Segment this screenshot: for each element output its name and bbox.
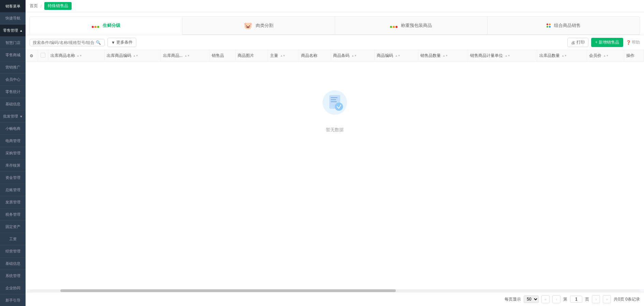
search-input[interactable]	[33, 40, 96, 45]
page-input[interactable]	[570, 296, 582, 303]
th-sales-unit[interactable]: 销售商品计量单位 ▲▼	[468, 50, 537, 62]
sidebar-item-new-guide[interactable]: 新手引导	[0, 294, 26, 306]
sidebar-item-invoice[interactable]: 发票管理	[0, 196, 26, 209]
tab-meat-cut[interactable]: 🐷 肉类分割	[182, 16, 335, 35]
fresh-grade-icon	[92, 22, 99, 30]
last-page-button[interactable]: »	[603, 295, 611, 303]
sidebar-item-member-center[interactable]: 会员中心	[0, 74, 26, 86]
th-action: 操作	[624, 50, 644, 62]
toolbar: 🔍 ▼ 更多条件 🖨 打印 + 新增销售品 ❓ 帮助	[26, 35, 644, 50]
sort-arrows: ▲▼	[77, 54, 82, 57]
sort-arrows-3: ▲▼	[184, 54, 190, 57]
tab-meat-cut-label: 肉类分割	[256, 22, 273, 29]
svg-rect-4	[331, 101, 337, 102]
sort-arrows-5: ▲▼	[351, 54, 357, 57]
breadcrumb-home[interactable]: 首页	[30, 3, 38, 9]
per-page-select[interactable]: 50	[524, 295, 539, 303]
empty-text: 暂无数据	[326, 127, 344, 133]
tab-fresh-grade-label: 生鲜分级	[103, 22, 120, 29]
select-all-checkbox[interactable]	[41, 53, 45, 58]
table-container: ⚙ 出库商品名称 ▲▼ 出库商品编码 ▲▼	[26, 50, 644, 289]
add-button[interactable]: + 新增销售品	[591, 38, 623, 47]
empty-row: 暂无数据	[26, 62, 644, 160]
tab-weigh-pack[interactable]: 称重预包装商品	[335, 16, 488, 35]
sidebar-item-mini-program[interactable]: 小畅电商	[0, 123, 26, 135]
th-sales-qty[interactable]: 销售品数量 ▲▼	[418, 50, 468, 62]
th-check[interactable]	[38, 50, 48, 62]
data-table: ⚙ 出库商品名称 ▲▼ 出库商品编码 ▲▼	[26, 50, 644, 160]
th-member-price[interactable]: 会员价 ▲▼	[587, 50, 624, 62]
search-icon[interactable]: 🔍	[96, 40, 101, 45]
sidebar-item-retail-stats[interactable]: 零售统计	[0, 86, 26, 98]
help-button[interactable]: ❓ 帮助	[626, 40, 640, 45]
print-icon: 🖨	[571, 40, 575, 45]
combo-icon	[546, 24, 551, 28]
th-out-qty[interactable]: 出库品数量 ▲▼	[537, 50, 587, 62]
page-label: 页	[585, 296, 589, 302]
sidebar-item-wholesale-mgmt[interactable]: 批发管理 ▼	[0, 110, 26, 123]
sidebar-item-inventory[interactable]: 库存核算	[0, 159, 26, 172]
sidebar-item-basic-info2[interactable]: 基础信息	[0, 258, 26, 270]
th-weight[interactable]: 主量 ▲▼	[268, 50, 299, 62]
help-icon: ❓	[626, 40, 631, 45]
svg-point-5	[335, 103, 343, 111]
sidebar-item-general-ledger[interactable]: 总账管理	[0, 184, 26, 196]
sidebar-item-smart-store[interactable]: 智慧门店	[0, 37, 26, 49]
tab-combo-sales[interactable]: 组合商品销售	[487, 16, 640, 35]
tab-cards: 生鲜分级 🐷 肉类分割 称重预包装商品	[26, 12, 644, 35]
tab-fresh-grade[interactable]: 生鲜分级	[30, 16, 182, 35]
chevron-down-icon-wholesale: ▼	[20, 115, 23, 118]
sort-arrows-8: ▲▼	[505, 54, 510, 57]
breadcrumb-separator: /	[41, 4, 42, 9]
toolbar-right: 🖨 打印 + 新增销售品 ❓ 帮助	[567, 38, 640, 47]
th-product-name[interactable]: 商品名称	[299, 50, 331, 62]
sidebar-item-fixed-assets[interactable]: 固定资产	[0, 221, 26, 233]
th-out-product-name[interactable]: 出库商品名称 ▲▼	[48, 50, 104, 62]
sidebar-item-biz-mgmt[interactable]: 经营管理	[0, 245, 26, 258]
sort-arrows-4: ▲▼	[280, 54, 285, 57]
topbar: 首页 / 特殊销售品	[26, 0, 644, 12]
horizontal-scrollbar[interactable]	[30, 289, 640, 292]
th-product-barcode[interactable]: 商品条码 ▲▼	[331, 50, 375, 62]
sort-arrows-9: ▲▼	[561, 54, 567, 57]
sidebar-item-purchase[interactable]: 采购管理	[0, 147, 26, 159]
sidebar-item-sys-mgmt[interactable]: 系统管理	[0, 270, 26, 282]
sort-arrows-6: ▲▼	[395, 54, 401, 57]
scale-icon	[390, 22, 398, 30]
sidebar-item-retail-mgmt[interactable]: 零售管理 ▲	[0, 25, 26, 37]
next-page-button[interactable]: ›	[592, 295, 600, 303]
settings-icon[interactable]: ⚙	[30, 53, 33, 58]
th-product-code[interactable]: 商品编码 ▲▼	[375, 50, 418, 62]
pig-icon: 🐷	[244, 21, 252, 30]
th-settings[interactable]: ⚙	[26, 50, 38, 62]
filter-button[interactable]: ▼ 更多条件	[107, 38, 136, 47]
th-sales-product[interactable]: 销售品	[210, 50, 236, 62]
sidebar-logo: 销客菜单	[0, 0, 26, 12]
sidebar-item-wages[interactable]: 工资	[0, 233, 26, 245]
scrollbar-thumb[interactable]	[60, 289, 396, 292]
sidebar-item-tax[interactable]: 税务管理	[0, 209, 26, 221]
tab-combo-sales-label: 组合商品销售	[554, 22, 581, 29]
chevron-down-icon: ▲	[20, 29, 23, 32]
sidebar-item-basic-info[interactable]: 基础信息	[0, 98, 26, 110]
first-page-button[interactable]: «	[541, 295, 550, 303]
th-out-product-extra[interactable]: 出库商品... ▲▼	[161, 50, 209, 62]
table-header: ⚙ 出库商品名称 ▲▼ 出库商品编码 ▲▼	[26, 50, 644, 62]
th-out-product-code[interactable]: 出库商品编码 ▲▼	[104, 50, 161, 62]
prev-page-button[interactable]: ‹	[552, 295, 560, 303]
total-label: 共0页 0条记录	[614, 296, 640, 302]
sidebar-item-retail-mall[interactable]: 零售商城	[0, 49, 26, 61]
th-product-image[interactable]: 商品图片	[236, 50, 268, 62]
print-button[interactable]: 🖨 打印	[567, 38, 588, 47]
sidebar-item-finance[interactable]: 资金管理	[0, 172, 26, 184]
sidebar-item-ecommerce[interactable]: 电商管理	[0, 135, 26, 147]
search-box[interactable]: 🔍	[30, 39, 105, 46]
main-area: 首页 / 特殊销售品 生鲜分级 🐷 肉类分割	[26, 0, 644, 306]
sidebar-item-sales-promo[interactable]: 营销推广	[0, 61, 26, 74]
per-page-label: 每页显示	[505, 296, 521, 302]
sidebar-item-corp-agreement[interactable]: 企业协同	[0, 282, 26, 294]
empty-cell: 暂无数据	[26, 62, 644, 160]
svg-rect-3	[331, 99, 336, 100]
sidebar-item-quick-nav[interactable]: 快捷导航	[0, 12, 26, 25]
empty-icon	[321, 89, 348, 123]
